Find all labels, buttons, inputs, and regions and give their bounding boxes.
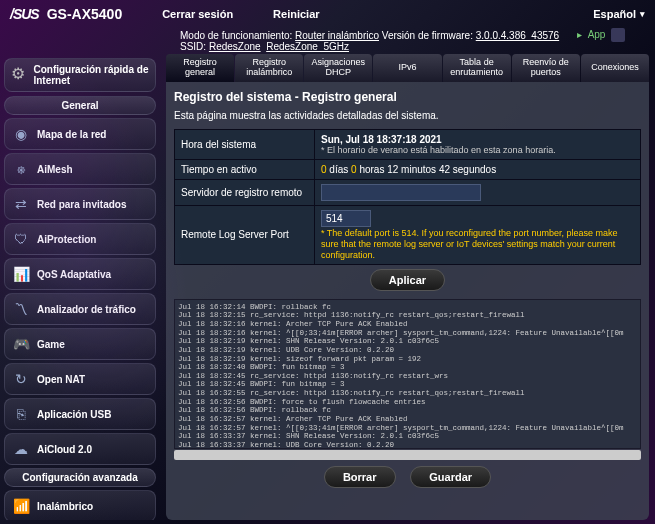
tab-reenv-o-de-puertos[interactable]: Reenvío de puertos [512, 54, 580, 82]
sidebar-label: Mapa de la red [37, 129, 106, 140]
uptime-value: 0 días 0 horas 12 minutos 42 segundos [315, 159, 641, 179]
remote-server-input[interactable] [321, 184, 481, 201]
reboot-button[interactable]: Reiniciar [273, 8, 319, 20]
sidebar-icon: 🛡 [11, 229, 31, 249]
sidebar-item-aplicaci-n-usb[interactable]: ⎘Aplicación USB [4, 398, 156, 430]
mode-link[interactable]: Router inalámbrico [295, 30, 379, 41]
remote-port-note: * The default port is 514. If you reconf… [321, 228, 618, 260]
remote-port-input[interactable] [321, 210, 371, 227]
system-time-label: Hora del sistema [175, 129, 315, 159]
sidebar-item-inal-mbrico[interactable]: 📶Inalámbrico [4, 490, 156, 520]
quick-setup[interactable]: ⚙ Configuración rápida de Internet [4, 58, 156, 92]
sidebar-icon: 📊 [11, 264, 31, 284]
panel-desc: Esta página muestra las actividades deta… [174, 110, 641, 121]
ssid1-link[interactable]: RedesZone [209, 41, 261, 52]
sidebar-icon: ⎘ [11, 404, 31, 424]
tab-registro-inal-mbrico[interactable]: Registro inalámbrico [235, 54, 303, 82]
sidebar-icon: ◉ [11, 124, 31, 144]
logout-button[interactable]: Cerrar sesión [162, 8, 233, 20]
system-time-value: Sun, Jul 18 18:37:18 2021 [321, 134, 634, 145]
fw-label: Versión de firmware: [382, 30, 473, 41]
sidebar-icon: ⇄ [11, 194, 31, 214]
ssid2-link[interactable]: RedesZone_5GHz [266, 41, 349, 52]
tab-asignaciones-dhcp[interactable]: Asignaciones DHCP [304, 54, 372, 82]
sidebar-label: Open NAT [37, 374, 85, 385]
sidebar-item-qos-adaptativa[interactable]: 📊QoS Adaptativa [4, 258, 156, 290]
mode-label: Modo de funcionamiento: [180, 30, 292, 41]
sidebar-label: Analizador de tráfico [37, 304, 136, 315]
sidebar-label: AiCloud 2.0 [37, 444, 92, 455]
sidebar-icon: ⎈ [11, 159, 31, 179]
quick-setup-label: Configuración rápida de Internet [33, 64, 149, 86]
sidebar-icon: 📶 [11, 496, 31, 516]
uptime-label: Tiempo en activo [175, 159, 315, 179]
log-textarea[interactable]: Jul 18 16:32:14 BWDPI: rollback fc Jul 1… [174, 299, 641, 449]
gear-globe-icon: ⚙ [11, 64, 27, 86]
tab-tabla-de-enrutamiento[interactable]: Tabla de enrutamiento [443, 54, 511, 82]
brand-logo: /SUS [10, 6, 39, 22]
sidebar-item-game[interactable]: 🎮Game [4, 328, 156, 360]
sidebar-icon: 〽 [11, 299, 31, 319]
save-button[interactable]: Guardar [410, 466, 491, 488]
tab-registro-general[interactable]: Registro general [166, 54, 234, 82]
tab-ipv6[interactable]: IPv6 [373, 54, 441, 82]
sidebar-label: AiProtection [37, 234, 96, 245]
language-selector[interactable]: Español [593, 8, 645, 20]
sidebar-item-red-para-invitados[interactable]: ⇄Red para invitados [4, 188, 156, 220]
sidebar-item-analizador-de-tr-fico[interactable]: 〽Analizador de tráfico [4, 293, 156, 325]
ssid-label: SSID: [180, 41, 206, 52]
system-time-note: * El horario de verano está habilitado e… [321, 145, 634, 155]
sidebar-label: Aplicación USB [37, 409, 111, 420]
sidebar-label: AiMesh [37, 164, 73, 175]
sidebar-item-mapa-de-la-red[interactable]: ◉Mapa de la red [4, 118, 156, 150]
tab-conexiones[interactable]: Conexiones [581, 54, 649, 82]
sidebar-item-aiprotection[interactable]: 🛡AiProtection [4, 223, 156, 255]
remote-server-label: Servidor de registro remoto [175, 179, 315, 205]
sidebar-label: Inalámbrico [37, 501, 93, 512]
sidebar-item-aicloud-2-0[interactable]: ☁AiCloud 2.0 [4, 433, 156, 465]
model-name: GS-AX5400 [47, 6, 122, 22]
sidebar-icon: ☁ [11, 439, 31, 459]
fw-link[interactable]: 3.0.0.4.386_43576 [476, 30, 559, 41]
sidebar-label: Game [37, 339, 65, 350]
general-header: General [4, 96, 156, 115]
advanced-header: Configuración avanzada [4, 468, 156, 487]
app-link[interactable]: App [588, 29, 606, 40]
scrollbar-horizontal[interactable] [174, 450, 641, 460]
clear-button[interactable]: Borrar [324, 466, 396, 488]
sidebar-item-aimesh[interactable]: ⎈AiMesh [4, 153, 156, 185]
sidebar: ⚙ Configuración rápida de Internet Gener… [0, 54, 160, 520]
sidebar-icon: ↻ [11, 369, 31, 389]
sidebar-label: Red para invitados [37, 199, 126, 210]
app-icon[interactable] [611, 28, 625, 42]
sidebar-item-open-nat[interactable]: ↻Open NAT [4, 363, 156, 395]
sidebar-label: QoS Adaptativa [37, 269, 111, 280]
sidebar-icon: 🎮 [11, 334, 31, 354]
apply-button[interactable]: Aplicar [370, 269, 445, 291]
remote-port-label: Remote Log Server Port [175, 205, 315, 264]
panel-title: Registro del sistema - Registro general [174, 90, 641, 104]
